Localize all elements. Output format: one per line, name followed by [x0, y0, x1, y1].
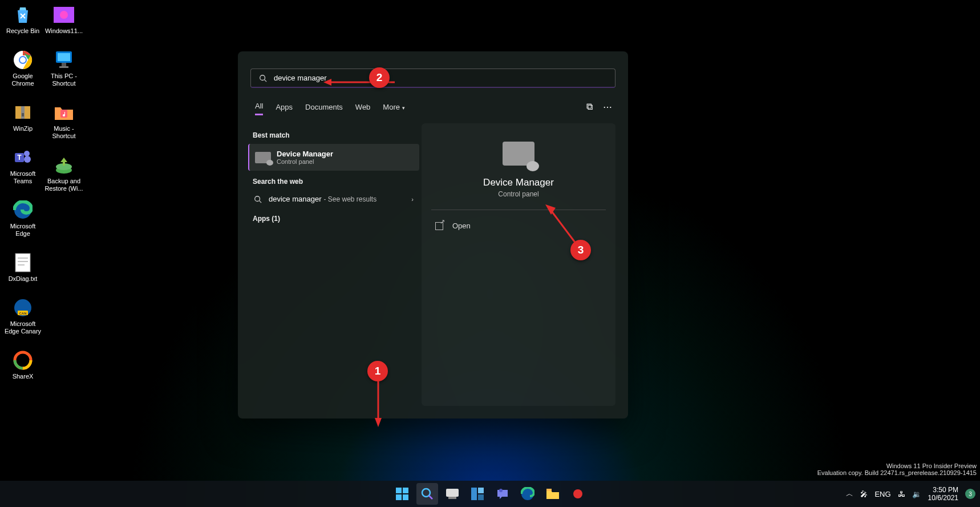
desktop-icon-this-pc[interactable]: This PC - Shortcut [44, 49, 83, 87]
svg-rect-42 [396, 494, 402, 500]
text-file-icon [11, 251, 34, 274]
widgets-button[interactable] [467, 483, 488, 505]
search-tabs: All Apps Documents Web More▾ [255, 102, 405, 115]
chevron-right-icon: › [411, 196, 414, 203]
svg-point-8 [24, 151, 30, 156]
desktop-icon-label: Backup and Restore (Wi... [44, 178, 83, 192]
tab-all[interactable]: All [255, 102, 263, 115]
chrome-icon [11, 49, 34, 71]
taskbar-search-button[interactable] [416, 483, 438, 505]
taskbar-clock[interactable]: 3:50 PM 10/6/2021 [928, 486, 958, 502]
pc-icon [52, 49, 75, 71]
preview-open-action[interactable]: Open [435, 222, 471, 230]
task-view-button[interactable] [442, 483, 463, 505]
taskbar: ︿ 🎤︎ ENG 🖧 🔉 3:50 PM 10/6/2021 3 [0, 481, 980, 507]
svg-point-2 [20, 57, 26, 63]
svg-point-54 [573, 489, 582, 498]
network-icon[interactable]: 🖧 [898, 490, 905, 498]
svg-text:CAN: CAN [19, 312, 27, 315]
svg-rect-9 [24, 156, 31, 163]
start-search-flyout: All Apps Documents Web More▾ ⧉ ⋯ Best ma… [238, 51, 628, 419]
search-results-column: Best match Device Manager Control panel … [248, 124, 419, 227]
svg-point-30 [260, 75, 265, 80]
web-result-device-manager[interactable]: device manager - See web results › [248, 190, 419, 208]
desktop-icon-label: WinZip [13, 125, 33, 132]
volume-icon[interactable]: 🔉 [912, 490, 921, 498]
edge-taskbar-button[interactable] [517, 483, 538, 505]
search-icon [254, 195, 262, 203]
desktop-icon-chrome[interactable]: Google Chrome [3, 49, 42, 87]
file-explorer-button[interactable] [542, 483, 564, 505]
edge-canary-icon: CAN [11, 296, 34, 319]
desktop-icon-music[interactable]: Music - Shortcut [44, 101, 83, 140]
svg-rect-48 [471, 488, 477, 500]
search-header-actions: ⧉ ⋯ [586, 102, 612, 112]
svg-point-51 [499, 489, 503, 492]
tab-documents[interactable]: Documents [305, 103, 343, 115]
chat-button[interactable] [492, 483, 513, 505]
tab-apps[interactable]: Apps [276, 103, 293, 115]
desktop-icon-recycle-bin[interactable]: Recycle Bin [3, 3, 42, 35]
desktop-icon-label: Recycle Bin [6, 27, 39, 35]
svg-rect-43 [403, 494, 408, 500]
desktop-icon-edge[interactable]: Microsoft Edge [3, 199, 42, 238]
desktop-icon-label: Microsoft Teams [10, 170, 36, 185]
language-indicator[interactable]: ENG [874, 490, 890, 498]
svg-point-22 [60, 11, 68, 19]
desktop-icon-label: Google Chrome [11, 73, 34, 87]
web-result-suffix: - See web results [324, 195, 377, 203]
chevron-down-icon: ▾ [402, 105, 405, 111]
image-file-icon [52, 3, 75, 26]
system-tray: ︿ 🎤︎ ENG 🖧 🔉 3:50 PM 10/6/2021 3 [846, 486, 975, 502]
desktop-icon-backup-restore[interactable]: Backup and Restore (Wi... [44, 154, 83, 192]
search-web-heading: Search the web [253, 178, 419, 186]
watermark: Windows 11 Pro Insider Preview Evaluatio… [817, 462, 977, 476]
desktop-icon-dxdiag[interactable]: DxDiag.txt [3, 251, 42, 283]
preview-open-label: Open [452, 222, 471, 230]
preview-title: Device Manager [483, 177, 554, 188]
desktop-icon-edge-canary[interactable]: CAN Microsoft Edge Canary [3, 296, 42, 335]
svg-rect-41 [403, 488, 408, 493]
recycle-bin-icon [11, 3, 34, 26]
clock-date: 10/6/2021 [928, 494, 958, 502]
device-manager-large-icon [503, 142, 534, 166]
tab-more[interactable]: More▾ [383, 103, 405, 115]
start-button[interactable] [391, 483, 413, 505]
search-input[interactable] [274, 74, 607, 82]
tray-overflow-icon[interactable]: ︿ [846, 489, 853, 499]
edge-icon [11, 199, 34, 222]
best-match-heading: Best match [253, 131, 419, 139]
svg-rect-53 [546, 489, 552, 491]
microphone-icon[interactable]: 🎤︎ [860, 490, 868, 498]
notifications-button[interactable]: 3 [965, 489, 975, 499]
desktop-icon-label: This PC - Shortcut [51, 73, 77, 87]
recording-indicator[interactable] [567, 483, 589, 505]
desktop-icon-label: Microsoft Edge Canary [5, 320, 41, 335]
best-match-title: Device Manager [277, 150, 333, 158]
more-options-icon[interactable]: ⋯ [603, 102, 612, 112]
desktop-icon-label: Windows11... [45, 27, 83, 35]
desktop-icon-teams[interactable]: T Microsoft Teams [3, 146, 42, 185]
web-result-term: device manager [269, 195, 322, 203]
search-box[interactable] [250, 69, 615, 88]
desktop-icon-sharex[interactable]: ShareX [3, 349, 42, 380]
watermark-line: Windows 11 Pro Insider Preview [817, 462, 977, 469]
sharex-icon [11, 349, 34, 372]
best-match-device-manager[interactable]: Device Manager Control panel [248, 144, 419, 171]
desktop-icon-label: DxDiag.txt [9, 275, 38, 283]
desktop-icon-label: ShareX [13, 373, 34, 380]
desktop: Recycle Bin Google Chrome WinZip T Micro… [2, 1, 84, 424]
preview-divider [431, 210, 606, 210]
svg-text:T: T [17, 154, 22, 162]
clock-time: 3:50 PM [928, 486, 958, 494]
svg-line-31 [265, 79, 267, 82]
open-in-new-window-icon[interactable]: ⧉ [586, 102, 593, 112]
desktop-icon-label: Music - Shortcut [52, 125, 76, 140]
tab-web[interactable]: Web [355, 103, 371, 115]
desktop-icon-winzip[interactable]: WinZip [3, 101, 42, 132]
svg-rect-26 [59, 66, 68, 68]
svg-rect-11 [15, 254, 30, 272]
open-external-icon [435, 222, 443, 230]
svg-rect-46 [446, 489, 459, 497]
desktop-icon-windows11-image[interactable]: Windows11... [44, 3, 83, 35]
